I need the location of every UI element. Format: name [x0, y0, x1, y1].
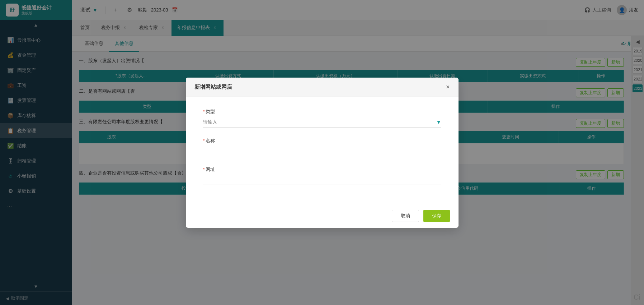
url-input[interactable] — [203, 175, 441, 185]
modal-dialog: 新增网站或网店 × * 类型 ▼ * 名称 — [186, 78, 459, 228]
form-row-url: * 网址 — [203, 166, 441, 185]
modal-close-btn[interactable]: × — [446, 83, 450, 91]
modal-header: 新增网站或网店 × — [186, 78, 459, 97]
form-label-name: * 名称 — [203, 138, 441, 144]
type-select-wrapper: ▼ — [203, 117, 441, 128]
modal-title: 新增网站或网店 — [194, 84, 232, 91]
form-label-url: * 网址 — [203, 166, 441, 173]
form-label-type: * 类型 — [203, 108, 441, 115]
type-input[interactable] — [203, 119, 436, 125]
modal-body: * 类型 ▼ * 名称 * 网址 — [186, 97, 459, 204]
form-row-name: * 名称 — [203, 138, 441, 156]
dropdown-arrow-icon: ▼ — [436, 119, 441, 125]
name-input[interactable] — [203, 146, 441, 156]
cancel-button[interactable]: 取消 — [392, 210, 419, 222]
form-row-type: * 类型 ▼ — [203, 108, 441, 128]
modal-overlay: 新增网站或网店 × * 类型 ▼ * 名称 — [0, 0, 644, 305]
modal-footer: 取消 保存 — [186, 204, 459, 228]
save-button[interactable]: 保存 — [423, 210, 450, 222]
